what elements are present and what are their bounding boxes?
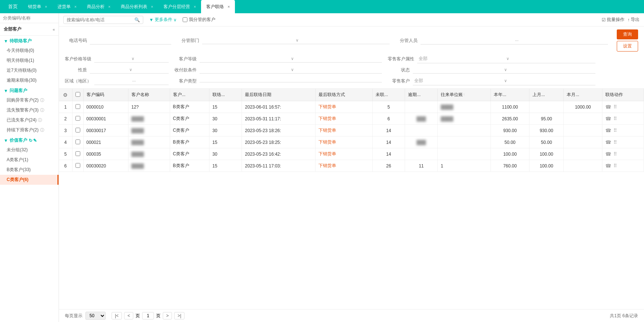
row-checkbox[interactable] (72, 101, 83, 113)
per-page-label: 每页显示 (65, 313, 82, 319)
sidebar-search-box[interactable]: 🔍 (0, 13, 59, 23)
row-last-contact-type[interactable]: 下销货单 (316, 148, 373, 160)
next-page-btn[interactable]: > (163, 312, 172, 319)
close-icon[interactable]: × (108, 4, 110, 9)
more-icon[interactable]: ··· (515, 38, 606, 43)
row-last-contact-type[interactable]: 下销货单 (316, 101, 373, 113)
row-checkbox[interactable] (72, 125, 83, 137)
sidebar-item-class-a[interactable]: A类客户(1) (0, 155, 59, 165)
contact-icon[interactable]: ☎ (605, 104, 611, 110)
more-action-icon[interactable]: ⠿ (613, 139, 617, 145)
sidebar-item-declining[interactable]: 持续下滑客户(2) ⓘ (0, 125, 59, 135)
search-icon[interactable]: 🔍 (134, 17, 140, 22)
nav-tab-purchase[interactable]: 进货单 × (52, 0, 82, 13)
sidebar-all-customers[interactable]: 全部客户 « (0, 23, 59, 36)
nav-home[interactable]: 首页 (3, 0, 23, 13)
column-checkbox (72, 89, 83, 101)
close-icon[interactable]: × (45, 4, 47, 9)
nav-tab-analysis[interactable]: 商品分析 × (82, 0, 116, 13)
sidebar-search-input[interactable] (3, 15, 58, 21)
row-checkbox[interactable] (72, 113, 83, 125)
sidebar-item-overdue[interactable]: 逾期未联络(30) (0, 75, 59, 85)
sidebar-item-tomorrow[interactable]: 明天待联络(1) (0, 56, 59, 66)
more-icon[interactable]: ··· (132, 78, 167, 84)
gear-icon[interactable]: ⚙ (63, 92, 68, 98)
retail-select[interactable]: 全部 ∨ (413, 77, 595, 85)
sidebar-item-lost[interactable]: 已流失客户(24) ⓘ (0, 115, 59, 125)
status-select[interactable]: ∨ (413, 66, 595, 74)
search-box[interactable]: 🔍 (63, 16, 143, 24)
my-customers-checkbox[interactable] (183, 17, 187, 22)
my-customers-checkbox-label[interactable]: 我分管的客户 (183, 17, 215, 23)
value-level-select[interactable]: ∨ (94, 55, 169, 63)
batch-operation-btn[interactable]: ☑ 批量操作 (602, 17, 624, 23)
row-last-contact-type[interactable]: 下销货单 (316, 113, 373, 125)
page-size-select[interactable]: 50 100 200 (85, 312, 106, 320)
more-action-icon[interactable]: ⠿ (613, 151, 617, 157)
sidebar-item-repurchase-abnormal[interactable]: 回购异常客户(2) ⓘ (0, 95, 59, 105)
prev-page-btn[interactable]: < (124, 312, 133, 319)
page-of-label: 页 (156, 313, 161, 319)
contact-icon[interactable]: ☎ (605, 163, 611, 169)
filter-more-btn[interactable]: ▼ 更多条件 ∨ (146, 15, 180, 24)
search-input[interactable] (67, 17, 133, 22)
row-overdue: 11 (405, 160, 438, 172)
column-this-year: 本年... (491, 89, 529, 101)
retail-attr-select[interactable]: 全部 ∨ (417, 54, 595, 63)
more-action-icon[interactable]: ⠿ (613, 163, 617, 169)
sidebar-item-unclassified[interactable]: 未分组(32) (0, 145, 59, 155)
contact-icon[interactable]: ☎ (605, 128, 611, 133)
export-btn[interactable]: ↑ 导出 (627, 17, 640, 23)
contact-icon[interactable]: ☎ (605, 139, 611, 145)
settings-button[interactable]: 设置 (617, 41, 638, 52)
filter-retail: 零售客户 全部 ∨ (388, 77, 595, 85)
refresh-icon[interactable]: ↻ (29, 138, 32, 143)
row-num: 2 (59, 113, 72, 125)
query-button[interactable]: 查询 (617, 29, 638, 39)
row-checkbox[interactable] (72, 148, 83, 160)
sidebar-section-pending: ▼ 待联络客户 (0, 36, 59, 46)
page-input[interactable] (142, 312, 154, 319)
region-select[interactable]: ··· (94, 77, 169, 85)
row-last-contact-type[interactable]: 下销货单 (316, 125, 373, 137)
cust-type-select[interactable] (200, 80, 382, 82)
more-action-icon[interactable]: ⠿ (613, 104, 617, 110)
close-icon[interactable]: × (74, 4, 77, 9)
nav-tab-analysis-list[interactable]: 商品分析列表 × (116, 0, 158, 13)
person-select[interactable]: ··· (420, 37, 608, 45)
filter-status: 状态 ∨ (388, 66, 595, 74)
row-last-contact-type[interactable]: 下销货单 (316, 160, 373, 172)
chevron-down-icon: ∨ (173, 17, 177, 22)
cust-level-select[interactable]: ∨ (200, 55, 382, 63)
row-checkbox[interactable] (72, 160, 83, 172)
sidebar-item-today[interactable]: 今天待联络(0) (0, 46, 59, 56)
row-cust-name: ████ (128, 160, 170, 172)
close-icon[interactable]: × (151, 4, 153, 9)
contact-icon[interactable]: ☎ (605, 116, 611, 121)
nav-tab-customer-tier[interactable]: 客户分层经营 × (158, 0, 201, 13)
edit-icon[interactable]: ✎ (33, 138, 37, 143)
sidebar-item-class-b[interactable]: B类客户(33) (0, 165, 59, 175)
nav-tab-customer-contact[interactable]: 客户联络 × (201, 0, 235, 13)
dept-select[interactable]: ∨ (202, 37, 390, 44)
payment-select[interactable]: ∨ (200, 66, 382, 74)
phone-input[interactable] (90, 37, 171, 45)
close-icon[interactable]: × (228, 4, 230, 9)
filter-cust-level: 客户等级 ∨ (175, 55, 382, 63)
contact-icon[interactable]: ☎ (605, 151, 611, 157)
sidebar-item-class-c[interactable]: C类客户(6) (0, 175, 59, 185)
row-last-contact-type[interactable]: 下销货单 (316, 137, 373, 148)
last-page-btn[interactable]: >| (174, 312, 184, 319)
more-action-icon[interactable]: ⠿ (613, 116, 617, 121)
nature-select[interactable]: ∨ (90, 66, 169, 74)
sidebar-item-7days[interactable]: 近7天待联络(0) (0, 66, 59, 75)
select-all-checkbox[interactable] (75, 92, 80, 97)
sidebar-item-loss-warning[interactable]: 流失预警客户(3) ⓘ (0, 105, 59, 115)
first-page-btn[interactable]: |< (112, 312, 122, 319)
status-label: 状态 (388, 67, 410, 73)
more-action-icon[interactable]: ⠿ (613, 128, 617, 133)
nav-tab-sales[interactable]: 销货单 × (23, 0, 52, 13)
row-checkbox[interactable] (72, 137, 83, 148)
close-icon[interactable]: × (194, 4, 196, 9)
row-contact: 15 (209, 101, 242, 113)
